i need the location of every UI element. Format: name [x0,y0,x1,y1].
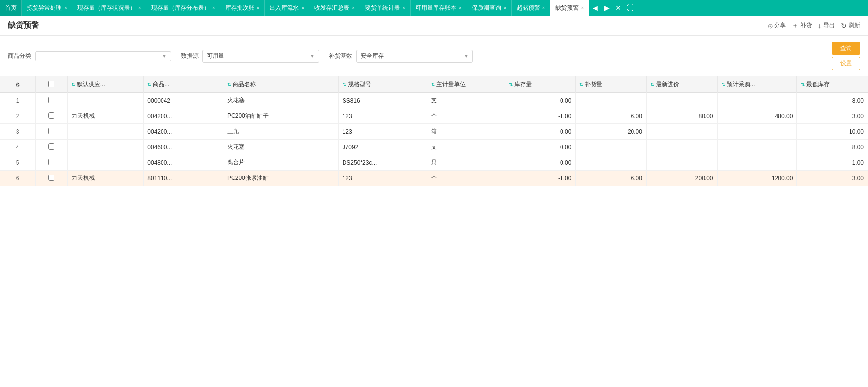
th-replenish[interactable]: ⇅ 补货量 [576,76,647,93]
row-check-3[interactable] [36,140,68,155]
th-name-sort-icon: ⇅ [227,82,231,87]
export-icon: ↓ [818,22,821,30]
th-name[interactable]: ⇅ 商品名称 [223,76,339,93]
row-check-0[interactable] [36,93,68,108]
tab-demand-stat-close[interactable]: × [402,5,405,11]
row-check-5[interactable] [36,171,68,186]
tab-batch-close[interactable]: × [257,5,260,11]
export-button[interactable]: ↓ 导出 [818,21,835,30]
tab-inventory-dist[interactable]: 现存量（库存分布表） × [146,0,220,16]
th-latest-price[interactable]: ⇅ 最新进价 [646,76,717,93]
row-checkbox-1[interactable] [48,112,54,119]
th-unit[interactable]: ⇅ 主计量单位 [427,76,505,93]
row-replenish-4 [576,155,647,171]
replenish-button[interactable]: ＋ 补货 [792,21,812,30]
tab-prev-btn[interactable]: ◀ [589,0,601,16]
th-supplier-label: 默认供应... [77,80,105,88]
th-latest-price-sort-icon: ⇅ [651,82,654,87]
row-code-0: 0000042 [144,93,223,108]
row-stock-4: 0.00 [505,155,576,171]
row-latest-price-0 [646,93,717,108]
tab-exception[interactable]: 拣货异常处理 × [22,0,72,16]
tab-collect-summary[interactable]: 收发存汇总表 × [309,0,360,16]
tab-collect-summary-close[interactable]: × [352,5,355,11]
th-supplier[interactable]: ⇅ 默认供应... [67,76,144,93]
table-row: 2 力天机械 004200... PC200油缸缸子 123 个 -1.00 6… [0,108,868,124]
datasource-select[interactable]: 可用量 ▼ [202,50,319,63]
tab-collect-summary-label: 收发存汇总表 [314,4,349,12]
row-min-stock-0: 8.00 [797,93,868,108]
tab-inout-flow-close[interactable]: × [301,5,304,11]
replenish-base-select-value: 安全库存 [361,52,384,60]
tab-overstock[interactable]: 超储预警 × [512,0,551,16]
refresh-button[interactable]: ↻ 刷新 [841,21,860,30]
th-code[interactable]: ⇅ 商品... [144,76,223,93]
row-supplier-3 [67,140,144,155]
tab-expiry-query[interactable]: 保质期查询 × [467,0,512,16]
row-checkbox-2[interactable] [48,128,54,134]
replenish-icon: ＋ [792,21,798,30]
category-select[interactable]: ▼ [35,51,171,61]
th-gear[interactable]: ⚙ [0,76,36,93]
replenish-label: 补货 [800,21,812,30]
row-num-0: 1 [0,93,36,108]
row-stock-2: 0.00 [505,124,576,140]
tab-inventory-dist-close[interactable]: × [212,5,215,11]
tab-exception-close[interactable]: × [64,5,67,11]
row-check-4[interactable] [36,155,68,171]
replenish-base-select[interactable]: 安全库存 ▼ [356,50,473,63]
replenish-base-label: 补货基数 [329,52,352,60]
share-label: 分享 [774,21,786,30]
tab-close-all-btn[interactable]: ✕ [613,0,624,16]
query-button[interactable]: 查询 [832,42,860,55]
tab-inventory-status-close[interactable]: × [138,5,141,11]
page-title: 缺货预警 [8,20,39,31]
row-checkbox-5[interactable] [48,175,54,181]
th-stock[interactable]: ⇅ 库存量 [505,76,576,93]
row-check-2[interactable] [36,124,68,140]
th-name-label: 商品名称 [233,80,256,88]
header-actions: ⎋ 分享 ＋ 补货 ↓ 导出 ↻ 刷新 [768,21,860,30]
th-spec[interactable]: ⇅ 规格型号 [338,76,427,93]
tab-demand-stat[interactable]: 要货单统计表 × [360,0,411,16]
category-select-arrow: ▼ [162,53,167,59]
tab-inventory-status[interactable]: 现存量（库存状况表） × [72,0,146,16]
row-supplier-4 [67,155,144,171]
table-row: 6 力天机械 801110... PC200张紧油缸 123 个 -1.00 6… [0,171,868,186]
th-estimated-purchase[interactable]: ⇅ 预计采购... [717,76,797,93]
tab-available-ledger-close[interactable]: × [459,5,462,11]
tab-home[interactable]: 首页 [0,0,22,16]
th-spec-label: 规格型号 [348,80,371,88]
row-estimated-purchase-3 [717,140,797,155]
row-checkbox-0[interactable] [48,97,54,103]
row-checkbox-4[interactable] [48,159,54,165]
share-button[interactable]: ⎋ 分享 [768,21,786,30]
filter-bar: 商品分类 ▼ 数据源 可用量 ▼ 补货基数 安全库存 ▼ 查询 设置 [0,36,868,76]
tab-shortage[interactable]: 缺货预警 × [550,0,589,16]
row-estimated-purchase-2 [717,124,797,140]
tab-available-ledger[interactable]: 可用量库存账本 × [411,0,467,16]
tab-shortage-close[interactable]: × [581,5,584,11]
tab-batch[interactable]: 库存批次账 × [220,0,265,16]
tab-fullscreen-btn[interactable]: ⛶ [624,0,636,16]
tab-overstock-label: 超储预警 [517,4,540,12]
row-unit-1: 个 [427,108,505,124]
row-supplier-2 [67,124,144,140]
tab-exception-label: 拣货异常处理 [27,4,62,12]
row-estimated-purchase-1: 480.00 [717,108,797,124]
row-latest-price-1: 80.00 [646,108,717,124]
th-unit-label: 主计量单位 [436,80,466,88]
row-checkbox-3[interactable] [48,143,54,150]
tab-inout-flow[interactable]: 出入库流水 × [265,0,309,16]
row-min-stock-1: 3.00 [797,108,868,124]
th-min-stock[interactable]: ⇅ 最低库存 [797,76,868,93]
row-supplier-0 [67,93,144,108]
row-name-2: 三九 [223,124,339,140]
th-check[interactable] [36,76,68,93]
select-all-checkbox[interactable] [48,81,54,87]
tab-next-btn[interactable]: ▶ [601,0,613,16]
settings-button[interactable]: 设置 [832,57,860,70]
row-check-1[interactable] [36,108,68,124]
tab-overstock-close[interactable]: × [542,5,545,11]
tab-expiry-query-close[interactable]: × [504,5,506,11]
